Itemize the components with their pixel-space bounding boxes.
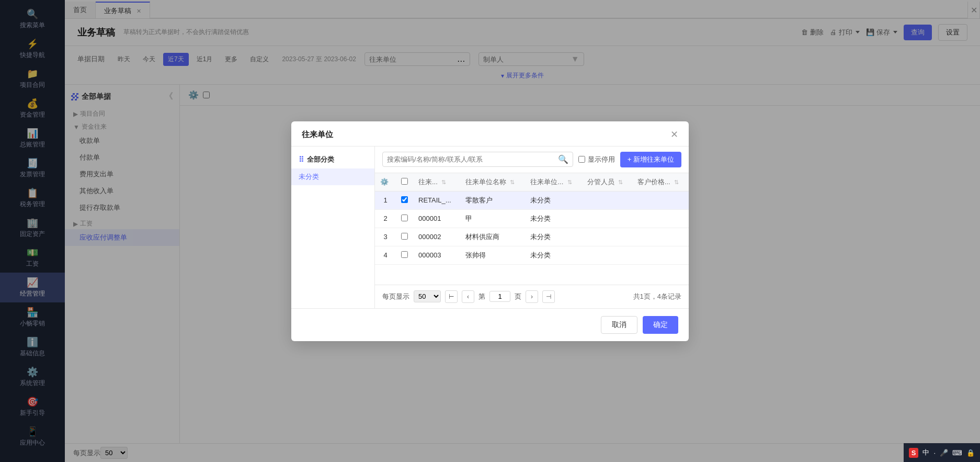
next-page-btn[interactable]: › (526, 290, 538, 303)
col-header-code: 往来... ⇅ (413, 173, 460, 191)
statusbar: S 中 · 🎤 ⌨ 🔒 (904, 443, 980, 462)
row-name: 张帅得 (460, 246, 526, 264)
row-checkbox[interactable] (396, 209, 413, 228)
col-header-price: 客户价格... ⇅ (632, 173, 689, 191)
per-page-label: 每页显示 (382, 292, 409, 301)
s-logo: S (909, 448, 919, 458)
table-row[interactable]: 2 000001 甲 未分类 (375, 209, 689, 228)
row-manager (582, 228, 632, 246)
table-select-all[interactable] (401, 178, 408, 185)
status-keyboard: ⌨ (952, 449, 962, 457)
row-price (632, 191, 689, 209)
grid-icon-dialog: ⠿ (299, 155, 304, 164)
table-row[interactable]: 4 000003 张帅得 未分类 (375, 246, 689, 264)
table-row[interactable]: 1 RETAIL_... 零散客户 未分类 (375, 191, 689, 209)
page-label-last: 页 (515, 292, 521, 301)
col-header-name: 往来单位名称 ⇅ (460, 173, 526, 191)
row-code: RETAIL_... (413, 191, 460, 209)
row-manager (582, 191, 632, 209)
dialog-pagination: 每页显示 50 100 ⊢ ‹ 第 页 › ⊣ 共1页，4条记录 (375, 285, 689, 308)
dialog-left-title: ⠿ 全部分类 (291, 153, 374, 168)
status-dot: · (933, 449, 936, 457)
dialog-actions: 取消 确定 (291, 308, 689, 341)
status-lock: 🔒 (966, 449, 975, 457)
partner-table: ⚙️ 往来... ⇅ 往来单位名称 ⇅ 往来单位... ⇅ 分管人员 ⇅ 客户价… (375, 173, 689, 265)
col-header-category: 往来单位... ⇅ (525, 173, 582, 191)
row-name: 材料供应商 (460, 228, 526, 246)
row-name: 甲 (460, 209, 526, 228)
row-num: 2 (375, 209, 396, 228)
per-page-select[interactable]: 50 100 (414, 290, 441, 302)
partner-dialog: 往来单位 ✕ ⠿ 全部分类 未分类 🔍 (291, 121, 689, 341)
dialog-left-panel: ⠿ 全部分类 未分类 (291, 147, 375, 308)
col-header-manager: 分管人员 ⇅ (582, 173, 632, 191)
dialog-table-scroll: ⚙️ 往来... ⇅ 往来单位名称 ⇅ 往来单位... ⇅ 分管人员 ⇅ 客户价… (375, 173, 689, 285)
col-header-checkbox (396, 173, 413, 191)
page-number-input[interactable] (489, 291, 510, 302)
row-checkbox[interactable] (396, 191, 413, 209)
dialog-title: 往来单位 (302, 130, 333, 140)
row-manager (582, 209, 632, 228)
show-disabled-checkbox[interactable] (578, 156, 585, 163)
row-num: 1 (375, 191, 396, 209)
row-category: 未分类 (525, 209, 582, 228)
search-icon: 🔍 (558, 154, 568, 164)
row-price (632, 246, 689, 264)
row-checkbox[interactable] (396, 228, 413, 246)
row-category: 未分类 (525, 191, 582, 209)
dialog-category-unclassified[interactable]: 未分类 (291, 168, 374, 185)
dialog-search-input[interactable] (387, 155, 555, 163)
modal-overlay: 往来单位 ✕ ⠿ 全部分类 未分类 🔍 (0, 0, 980, 462)
dialog-close-button[interactable]: ✕ (670, 130, 678, 139)
row-num: 3 (375, 228, 396, 246)
row-code: 000001 (413, 209, 460, 228)
row-category: 未分类 (525, 228, 582, 246)
dialog-header: 往来单位 ✕ (291, 121, 689, 147)
row-price (632, 228, 689, 246)
dialog-right-toolbar: 🔍 显示停用 + 新增往来单位 (375, 147, 689, 173)
row-code: 000003 (413, 246, 460, 264)
row-checkbox[interactable] (396, 246, 413, 264)
dialog-right-panel: 🔍 显示停用 + 新增往来单位 ⚙️ (375, 147, 689, 308)
last-page-btn[interactable]: ⊣ (542, 290, 555, 303)
row-manager (582, 246, 632, 264)
row-num: 4 (375, 246, 396, 264)
dialog-body: ⠿ 全部分类 未分类 🔍 显示停用 + 新增往来单位 (291, 147, 689, 308)
table-row[interactable]: 3 000002 材料供应商 未分类 (375, 228, 689, 246)
row-price (632, 209, 689, 228)
prev-page-btn[interactable]: ‹ (462, 290, 474, 303)
cancel-button[interactable]: 取消 (601, 316, 637, 334)
row-category: 未分类 (525, 246, 582, 264)
row-code: 000002 (413, 228, 460, 246)
row-name: 零散客户 (460, 191, 526, 209)
col-header-settings: ⚙️ (375, 173, 396, 191)
show-disabled-toggle[interactable]: 显示停用 (578, 155, 615, 164)
add-partner-button[interactable]: + 新增往来单位 (620, 152, 681, 167)
status-zh: 中 (922, 448, 929, 457)
confirm-button[interactable]: 确定 (643, 316, 678, 334)
dialog-search-wrap: 🔍 (382, 152, 573, 167)
status-mic: 🎤 (940, 449, 948, 457)
page-label-first: 第 (478, 292, 485, 301)
total-info: 共1页，4条记录 (633, 292, 681, 301)
first-page-btn[interactable]: ⊢ (445, 290, 458, 303)
